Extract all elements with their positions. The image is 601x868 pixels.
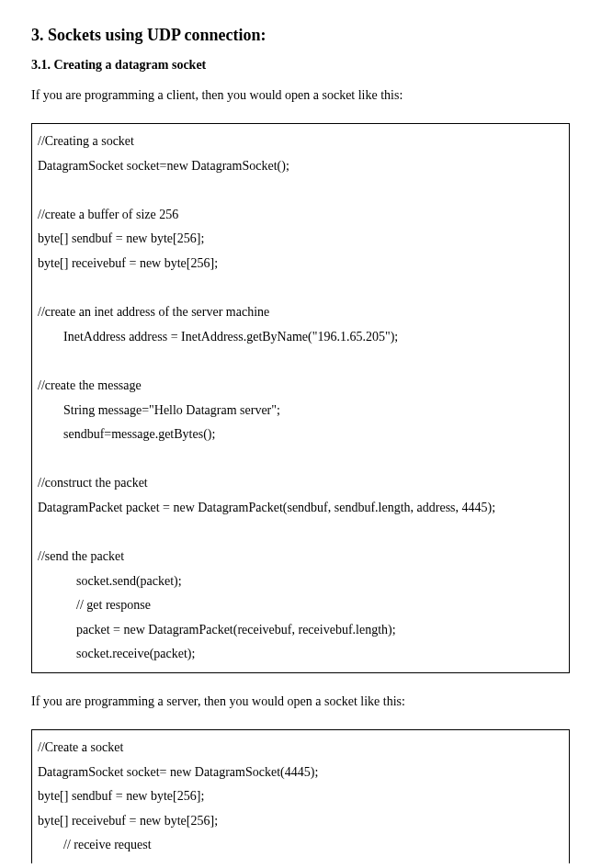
intro-paragraph-server: If you are programming a server, then yo… (31, 692, 570, 711)
code-line: socket.send(packet); (38, 569, 182, 594)
code-line: //create an inet address of the server m… (38, 305, 269, 319)
code-line: String message="Hello Datagram server"; (38, 399, 280, 423)
code-line: // receive request (38, 833, 152, 858)
section-heading: 3. Sockets using UDP connection: (31, 26, 570, 45)
code-line: socket.receive(packet); (38, 642, 195, 667)
code-line: //create the message (38, 378, 142, 392)
code-block-client: //Creating a socket DatagramSocket socke… (31, 123, 570, 673)
code-line: byte[] receivebuf = new byte[256]; (38, 814, 218, 828)
code-line: packet = new DatagramPacket(receivebuf, … (38, 618, 396, 643)
code-block-server: //Create a socket DatagramSocket socket=… (31, 729, 570, 863)
subsection-heading: 3.1. Creating a datagram socket (31, 58, 570, 73)
code-line: DatagramPacket packet = new DatagramPack… (38, 501, 495, 514)
code-line: DatagramSocket socket= new DatagramSocke… (38, 765, 318, 779)
code-line: // get response (38, 593, 151, 618)
code-line: //Create a socket (38, 740, 123, 754)
code-line: DatagramSocket socket=new DatagramSocket… (38, 159, 289, 173)
intro-paragraph-client: If you are programming a client, then yo… (31, 85, 570, 105)
code-line: byte[] sendbuf = new byte[256]; (38, 231, 204, 245)
code-line: sendbuf=message.getBytes(); (38, 423, 215, 447)
code-line: //send the packet (38, 549, 124, 563)
code-line: //create a buffer of size 256 (38, 208, 178, 221)
code-line: byte[] receivebuf = new byte[256]; (38, 256, 218, 270)
code-line: InetAddress address = InetAddress.getByN… (38, 325, 398, 350)
code-line: //Creating a socket (38, 134, 134, 148)
code-line: byte[] sendbuf = new byte[256]; (38, 789, 204, 803)
code-line: //construct the packet (38, 476, 148, 490)
